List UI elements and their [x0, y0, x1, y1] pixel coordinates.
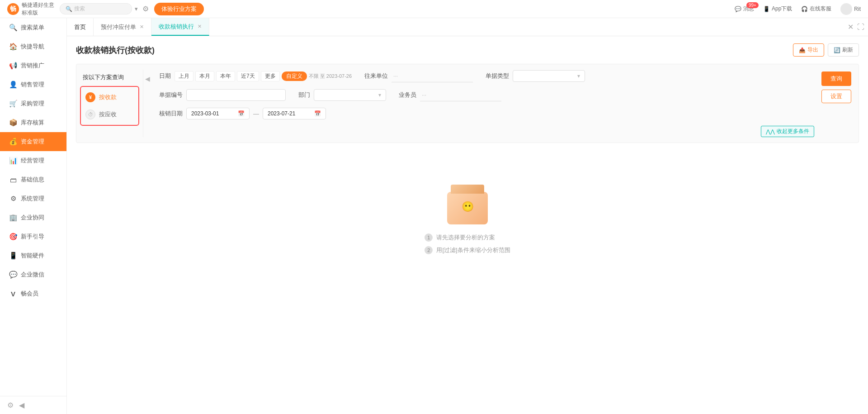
empty-state: 😶 1 请先选择要分析的方案 2 用[过滤]条件来缩小分析范围: [76, 143, 859, 290]
billtype-select[interactable]: ▾: [513, 70, 585, 82]
sidebar-item-quicknav[interactable]: 🏠 快捷导航: [0, 37, 66, 56]
sidebar-item-guide[interactable]: 🎯 新手引导: [0, 227, 66, 246]
tab-collection-writeoff-close[interactable]: ✕: [198, 24, 202, 29]
empty-hint-1: 1 请先选择要分析的方案: [425, 233, 510, 242]
sidebar-label-finance: 资金管理: [21, 138, 44, 146]
page-header-actions: 📤 导出 🔄 刷新: [793, 43, 859, 57]
filter-options-box: ¥ 按收款 ⏱ 按应收: [80, 86, 139, 126]
collection-label: 按收款: [99, 93, 117, 101]
filter-row-1: 日期 上月 本月 本年 近7天 更多 自定义 不限 至 2023-07-26: [159, 70, 814, 82]
staff-input[interactable]: ···: [420, 89, 501, 101]
sidebar-label-basicinfo: 基础信息: [21, 176, 44, 184]
hint1-text: 请先选择要分析的方案: [436, 233, 495, 242]
sidebar-label-marketing: 营销推广: [21, 62, 44, 70]
sidebar-item-inventory[interactable]: 📦 库存核算: [0, 113, 66, 132]
user-avatar-item[interactable]: Rit: [840, 3, 861, 15]
page-inner: 收款核销执行(按收款) 📤 导出 🔄 刷新: [67, 36, 868, 414]
topbar-search-box[interactable]: 🔍 搜索: [60, 3, 132, 14]
date-btn-7days[interactable]: 近7天: [237, 71, 259, 81]
sidebar-item-sales[interactable]: 👤 销售管理: [0, 75, 66, 94]
industry-btn[interactable]: 体验行业方案: [154, 3, 204, 15]
tab-advance-payment[interactable]: 预付冲应付单 ✕: [94, 18, 151, 36]
sidebar-item-marketing[interactable]: 📢 营销推广: [0, 56, 66, 75]
main-layout: 🔍 搜索菜单 🏠 快捷导航 📢 营销推广 👤 销售管理 🛒 采购管理 📦 库存核…: [0, 18, 868, 414]
search-placeholder: 搜索: [74, 5, 85, 13]
sidebar-label-sales: 销售管理: [21, 81, 44, 89]
enterprise-icon: 🏢: [9, 214, 17, 222]
filter-collapse-btn[interactable]: ◀: [143, 70, 152, 137]
filter-row-3: 核销日期 2023-03-01 📅 — 2023-07-21 📅: [159, 108, 814, 119]
sidebar-item-system[interactable]: ⚙ 系统管理: [0, 189, 66, 208]
writeoff-to-value: 2023-07-21: [268, 110, 295, 117]
page-content: 收款核销执行(按收款) 📤 导出 🔄 刷新: [67, 36, 868, 414]
empty-box-lid: [451, 185, 484, 194]
dept-label: 部门: [298, 91, 310, 99]
expand-tabbar-icon[interactable]: ⛶: [857, 23, 864, 31]
page-header: 收款核销执行(按收款) 📤 导出 🔄 刷新: [76, 43, 859, 57]
sidebar-item-operations[interactable]: 📊 经营管理: [0, 151, 66, 170]
date-btn-this-month[interactable]: 本月: [195, 71, 214, 81]
partner-input[interactable]: ···: [392, 70, 473, 82]
receivable-icon: ⏱: [85, 109, 95, 119]
collapse-sidebar-icon[interactable]: ◀: [19, 401, 24, 409]
writeoff-date-to[interactable]: 2023-07-21 📅: [263, 108, 326, 119]
query-btn[interactable]: 查询: [821, 71, 851, 86]
sidebar-item-hardware[interactable]: 📱 智能硬件: [0, 246, 66, 265]
app-download-item[interactable]: 📱 App下载: [763, 5, 792, 13]
filter-area: 按以下方案查询 ¥ 按收款 ⏱ 按应收: [76, 64, 859, 143]
service-item[interactable]: 🎧 在线客服: [801, 5, 831, 13]
search-icon: 🔍: [66, 6, 72, 12]
logo-area: 畅 畅捷通好生意标准版: [7, 1, 54, 17]
refresh-btn[interactable]: 🔄 刷新: [828, 43, 859, 57]
service-label: 在线客服: [810, 5, 831, 13]
expand-filter-btn[interactable]: ⋀⋀ 收起更多条件: [761, 126, 814, 137]
tab-home[interactable]: 首页: [67, 18, 94, 36]
writeoff-date-from[interactable]: 2023-03-01 📅: [186, 108, 250, 119]
message-icon: 💬: [735, 6, 741, 12]
sidebar-item-purchase[interactable]: 🛒 采购管理: [0, 94, 66, 113]
search-dropdown-icon[interactable]: ▾: [135, 5, 138, 12]
sidebar-item-basicinfo[interactable]: 🗃 基础信息: [0, 170, 66, 189]
sidebar-label-inventory: 库存核算: [21, 119, 44, 127]
date-btn-this-year[interactable]: 本年: [216, 71, 235, 81]
tab-advance-payment-close[interactable]: ✕: [140, 24, 144, 30]
basicinfo-icon: 🗃: [9, 176, 17, 184]
sidebar-item-enterprise[interactable]: 🏢 企业协同: [0, 208, 66, 227]
empty-box-face: 😶: [462, 201, 474, 213]
dept-select[interactable]: ▾: [314, 89, 386, 101]
close-all-tabs-icon[interactable]: ✕: [848, 23, 854, 31]
billno-input[interactable]: [186, 89, 286, 101]
date-btn-more[interactable]: 更多: [261, 71, 280, 81]
empty-illustration: 😶: [440, 179, 495, 224]
filter-sidebar: 按以下方案查询 ¥ 按收款 ⏱ 按应收: [76, 70, 143, 137]
sidebar-label-purchase: 采购管理: [21, 100, 44, 108]
export-btn[interactable]: 📤 导出: [793, 43, 824, 57]
collapse-filter-icon[interactable]: ◀: [145, 75, 150, 82]
tabbar: 首页 预付冲应付单 ✕ 收款核销执行 ✕ ✕ ⛶: [67, 18, 868, 36]
topbar-settings-icon[interactable]: ⚙: [142, 5, 149, 13]
operations-icon: 📊: [9, 157, 17, 165]
page-title: 收款核销执行(按收款): [76, 45, 155, 56]
marketing-icon: 📢: [9, 62, 17, 70]
filter-option-by-receivable[interactable]: ⏱ 按应收: [81, 106, 138, 123]
partner-dots: ···: [393, 73, 398, 79]
tab-home-label: 首页: [74, 23, 86, 31]
app-label: App下载: [772, 5, 792, 13]
filter-option-by-collection[interactable]: ¥ 按收款: [81, 89, 138, 106]
settings-bottom-icon[interactable]: ⚙: [7, 401, 14, 409]
sales-icon: 👤: [9, 81, 17, 89]
settings-filter-btn[interactable]: 设置: [821, 90, 851, 103]
date-btn-custom[interactable]: 自定义: [282, 71, 307, 81]
filter-staff-field: 业务员 ···: [399, 89, 501, 101]
sidebar-item-search[interactable]: 🔍 搜索菜单: [0, 18, 66, 37]
sidebar-item-finance[interactable]: 💰 资金管理: [0, 132, 66, 151]
filter-billtype-field: 单据类型 ▾: [486, 70, 585, 82]
date-btn-last-month[interactable]: 上月: [175, 71, 193, 81]
member-icon: V: [9, 290, 17, 298]
service-icon: 🎧: [801, 6, 808, 12]
filter-main: 日期 上月 本月 本年 近7天 更多 自定义 不限 至 2023-07-26: [152, 70, 821, 137]
tab-collection-writeoff[interactable]: 收款核销执行 ✕: [151, 18, 209, 36]
message-item[interactable]: 💬 消息 99+: [735, 5, 754, 13]
sidebar-item-wechat[interactable]: 💬 企业微信: [0, 265, 66, 284]
sidebar-item-member[interactable]: V 畅会员: [0, 284, 66, 303]
